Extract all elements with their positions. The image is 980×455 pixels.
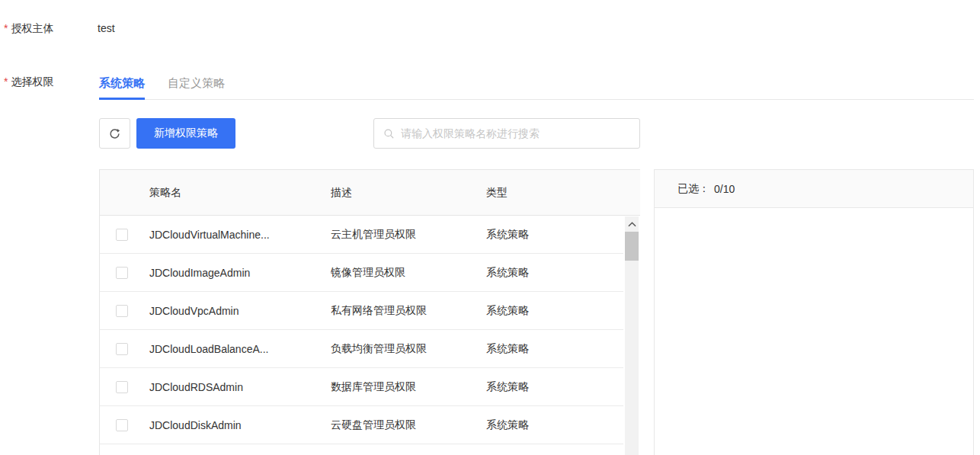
policy-search-input[interactable] [401,127,630,139]
policy-name-cell: JDCloudVirtualMachine... [149,229,331,241]
policy-type-cell: 系统策略 [486,228,623,242]
table-scrollbar[interactable] [625,216,639,455]
policy-table: 策略名 描述 类型 JDCloudVirtualMachine... 云主机管理… [99,169,640,455]
policy-tabs: 系统策略 自定义策略 [99,75,974,100]
table-body: JDCloudVirtualMachine... 云主机管理员权限 系统策略 J… [100,216,640,444]
search-icon [383,128,401,139]
permission-label-text: 选择权限 [11,75,53,88]
policy-desc-cell: 私有网络管理员权限 [331,304,486,318]
policy-desc-cell: 负载均衡管理员权限 [331,342,486,356]
row-checkbox[interactable] [116,305,128,317]
row-checkbox-cell [100,419,149,431]
selected-policies-panel: 已选： 0/10 [654,169,974,455]
scroll-up-button[interactable] [625,216,639,232]
row-checkbox-cell [100,343,149,355]
row-checkbox-cell [100,229,149,241]
policy-type-cell: 系统策略 [486,418,623,432]
table-row[interactable]: JDCloudImageAdmin 镜像管理员权限 系统策略 [100,254,623,292]
policy-type-cell: 系统策略 [486,380,623,394]
selected-panel-header: 已选： 0/10 [655,170,973,208]
subject-value: test [98,22,115,34]
policy-type-cell: 系统策略 [486,266,623,280]
table-row[interactable]: JDCloudDiskAdmin 云硬盘管理员权限 系统策略 [100,406,623,444]
policy-name-cell: JDCloudRDSAdmin [149,381,331,393]
row-checkbox[interactable] [116,343,128,355]
row-checkbox[interactable] [116,381,128,393]
header-description: 描述 [331,186,486,200]
row-checkbox[interactable] [116,229,128,241]
table-header: 策略名 描述 类型 [100,170,640,216]
policy-name-cell: JDCloudLoadBalanceA... [149,343,331,355]
policy-type-cell: 系统策略 [486,342,623,356]
selected-count: 0/10 [714,183,735,195]
row-checkbox[interactable] [116,419,128,431]
header-policy-name: 策略名 [149,186,331,200]
scrollbar-thumb[interactable] [625,232,639,261]
policy-name-cell: JDCloudVpcAdmin [149,305,331,317]
table-row[interactable]: JDCloudVpcAdmin 私有网络管理员权限 系统策略 [100,292,623,330]
row-checkbox[interactable] [116,267,128,279]
required-marker: * [4,22,8,34]
permission-field-label: *选择权限 [4,75,53,89]
tab-custom-policy[interactable]: 自定义策略 [168,75,225,100]
row-checkbox-cell [100,381,149,393]
tab-system-policy[interactable]: 系统策略 [99,75,145,100]
authorize-permission-page: *授权主体 test *选择权限 系统策略 自定义策略 新增权限策略 [0,0,980,455]
scroll-up-icon [628,222,636,227]
header-type: 类型 [486,186,640,200]
policy-desc-cell: 数据库管理员权限 [331,380,486,394]
policy-desc-cell: 云硬盘管理员权限 [331,418,486,432]
selected-label: 已选： [677,182,709,196]
table-row[interactable]: JDCloudVirtualMachine... 云主机管理员权限 系统策略 [100,216,623,254]
table-row[interactable]: JDCloudLoadBalanceA... 负载均衡管理员权限 系统策略 [100,330,623,368]
policy-desc-cell: 镜像管理员权限 [331,266,486,280]
row-checkbox-cell [100,305,149,317]
subject-field-label: *授权主体 [4,22,53,36]
required-marker: * [4,75,8,88]
refresh-icon [108,127,121,140]
refresh-button[interactable] [99,118,130,149]
policy-name-cell: JDCloudDiskAdmin [149,419,331,431]
policy-type-cell: 系统策略 [486,304,623,318]
add-policy-button[interactable]: 新增权限策略 [136,118,235,149]
policy-search-box [373,118,640,149]
policy-name-cell: JDCloudImageAdmin [149,267,331,279]
subject-label-text: 授权主体 [11,22,53,34]
policy-desc-cell: 云主机管理员权限 [331,228,486,242]
row-checkbox-cell [100,267,149,279]
table-row[interactable]: JDCloudRDSAdmin 数据库管理员权限 系统策略 [100,368,623,406]
